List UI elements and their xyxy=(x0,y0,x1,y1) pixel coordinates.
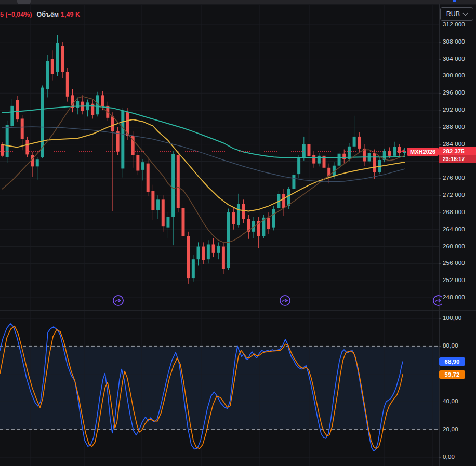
price-chart-canvas[interactable] xyxy=(0,0,439,310)
candle-body xyxy=(358,137,361,149)
candle-body xyxy=(212,244,215,252)
candle-body xyxy=(192,259,195,278)
candle-body xyxy=(51,59,54,74)
price-axis-label: 296 000 xyxy=(443,89,465,96)
candle-body xyxy=(242,204,245,219)
price-axis-label: 300 000 xyxy=(443,72,465,78)
axis-tick xyxy=(439,25,441,25)
candle-body xyxy=(141,162,144,170)
price-axis-label: 284 000 xyxy=(443,141,465,147)
legend-volume-value: 1,49 K xyxy=(61,11,80,18)
stochastic-chart-canvas[interactable] xyxy=(0,310,439,466)
candle-body xyxy=(162,199,165,226)
window-top-tab xyxy=(17,0,31,4)
jump-forward-icon[interactable] xyxy=(432,295,443,307)
axis-tick xyxy=(439,178,441,179)
axis-tick xyxy=(439,281,441,281)
stoch-value-badge: 68,90 xyxy=(439,357,465,366)
candle-body xyxy=(16,100,19,119)
osc-axis-label: 20,00 xyxy=(443,426,458,432)
currency-label: RUB xyxy=(446,10,460,18)
price-axis-label: 292 000 xyxy=(443,106,465,113)
candle-body xyxy=(222,247,225,269)
candle-body xyxy=(312,155,315,163)
candle-body xyxy=(61,46,64,72)
candle-body xyxy=(177,155,180,208)
candle-body xyxy=(166,217,169,228)
axis-tick xyxy=(439,195,441,196)
price-axis-label: 256 000 xyxy=(443,260,465,266)
candle-body xyxy=(292,175,295,189)
candle-body xyxy=(136,155,139,170)
candle-body xyxy=(267,218,270,229)
candle-body xyxy=(147,164,150,192)
axis-tick xyxy=(439,42,441,43)
axis-tick xyxy=(439,247,441,247)
last-price-value: 282 375 xyxy=(439,147,476,155)
price-axis-label: 308 000 xyxy=(443,38,465,45)
price-axis-label: 260 000 xyxy=(443,243,465,249)
axis-tick xyxy=(439,230,441,230)
price-axis-label: 268 000 xyxy=(443,209,465,215)
axis-tick xyxy=(439,59,441,60)
candle-body xyxy=(217,246,220,253)
candle-body xyxy=(116,131,120,152)
candle-body xyxy=(227,212,230,268)
axis-tick xyxy=(439,263,441,264)
osc-axis-label: 80,00 xyxy=(443,342,458,349)
price-axis-label: 288 000 xyxy=(443,124,465,130)
bar-countdown: 23:18:17 xyxy=(439,155,476,163)
candle-body xyxy=(171,154,175,217)
jump-icons-row xyxy=(0,291,442,311)
price-axis-label: 264 000 xyxy=(443,226,465,232)
candle-body xyxy=(302,144,306,157)
axis-tick xyxy=(439,346,441,347)
axis-tick xyxy=(439,402,441,402)
candle-body xyxy=(373,153,376,172)
candle-body xyxy=(338,154,341,166)
candle-body xyxy=(282,194,285,208)
candle-body xyxy=(6,125,9,157)
candle-body xyxy=(287,189,290,206)
chevron-down-icon xyxy=(463,11,468,16)
candle-body xyxy=(297,158,300,174)
stoch-value-badge: 59,72 xyxy=(439,370,465,379)
price-axis-label: 312 000 xyxy=(443,21,465,28)
price-axis-label: 248 000 xyxy=(443,294,465,300)
candle-body xyxy=(46,61,49,89)
axis-tick xyxy=(439,76,441,76)
candle-body xyxy=(342,154,346,159)
candle-body xyxy=(56,43,59,72)
jump-forward-icon[interactable] xyxy=(279,295,291,307)
osc-axis-label: 0,00 xyxy=(443,454,455,460)
axis-tick xyxy=(439,318,441,319)
candle-body xyxy=(272,209,275,227)
notification-speck xyxy=(453,0,456,2)
jump-forward-icon[interactable] xyxy=(112,295,124,307)
price-axis-label: 252 000 xyxy=(443,277,465,283)
candle-body xyxy=(187,236,190,278)
axis-tick xyxy=(439,212,441,213)
legend-change: 5 (−0,04%) xyxy=(0,11,32,18)
axis-separator xyxy=(439,4,440,466)
axis-tick xyxy=(439,430,441,430)
window-top-strip xyxy=(0,0,476,5)
candle-body xyxy=(307,144,310,156)
candle-body xyxy=(21,118,24,139)
osc-axis-label: 40,00 xyxy=(443,398,458,404)
legend-volume-label: Объём xyxy=(37,11,59,18)
currency-selector[interactable]: RUB xyxy=(440,7,473,21)
candle-body xyxy=(181,208,184,236)
candle-body xyxy=(353,137,356,147)
candle-body xyxy=(76,101,79,108)
axis-tick xyxy=(439,110,441,111)
candle-body xyxy=(151,191,154,210)
candle-body xyxy=(66,72,69,97)
candle-body xyxy=(388,151,391,156)
axis-tick xyxy=(439,93,441,94)
candle-body xyxy=(318,156,321,164)
last-price-tag: 282 375 23:18:17 xyxy=(439,147,476,163)
candle-body xyxy=(101,95,104,106)
axis-tick xyxy=(439,127,441,128)
price-axis-label: 304 000 xyxy=(443,56,465,62)
